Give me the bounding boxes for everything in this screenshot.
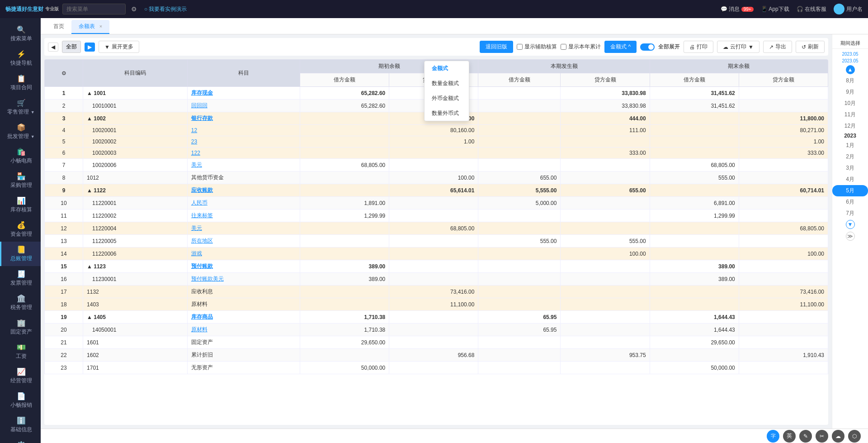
month-10[interactable]: 10月 — [832, 98, 868, 109]
settings-icon[interactable]: ⚙ — [61, 70, 66, 76]
month-11[interactable]: 11月 — [832, 109, 868, 120]
download-button[interactable]: 📱 App下载 — [761, 5, 789, 13]
cell-name[interactable]: 银行存款 — [187, 112, 300, 125]
cell-name[interactable]: 游戏 — [187, 248, 300, 260]
nav-prev-button[interactable]: ◀ — [48, 43, 58, 52]
account-link[interactable]: 美元 — [191, 225, 202, 231]
month-6[interactable]: 6月 — [832, 196, 868, 208]
sidebar-item-payroll[interactable]: 💵 工资 — [0, 339, 41, 364]
message-button[interactable]: 💬 消息 99+ — [721, 5, 754, 13]
panel-collapse-button[interactable]: ≫ — [846, 232, 855, 241]
sidebar-item-quick-nav[interactable]: ⚡ 快捷导航 — [0, 46, 41, 71]
cell-name[interactable]: 预付账款美元 — [187, 273, 300, 286]
month-9[interactable]: 9月 — [832, 86, 868, 98]
show-yearly-input[interactable] — [561, 44, 566, 50]
search-input[interactable] — [62, 4, 126, 14]
sidebar-item-management[interactable]: 📈 经营管理 — [0, 364, 41, 388]
cell-name[interactable]: 原材料 — [187, 324, 300, 336]
month-7[interactable]: 7月 — [832, 208, 868, 219]
month-5[interactable]: 5月 — [832, 185, 868, 196]
cell-name[interactable]: 23 — [187, 136, 300, 148]
format-dropdown-button[interactable]: 金额式 ^ — [604, 41, 637, 53]
bottom-action-4[interactable]: ✂ — [816, 430, 828, 443]
sidebar-item-basic-info[interactable]: ℹ️ 基础信息 — [0, 413, 41, 437]
account-link[interactable]: 122 — [191, 150, 200, 156]
account-link[interactable]: 往来标签 — [191, 212, 213, 219]
month-1[interactable]: 1月 — [832, 140, 868, 151]
month-4[interactable]: 4月 — [832, 174, 868, 185]
export-button[interactable]: ↗ 导出 — [763, 41, 792, 53]
account-link[interactable]: 回回回 — [191, 102, 208, 109]
expand-all-toggle[interactable] — [640, 43, 655, 51]
format-option-qty-foreign[interactable]: 数量外币式 — [425, 106, 469, 121]
print-button[interactable]: 🖨 打印 — [684, 41, 713, 53]
cell-name[interactable]: 美元 — [187, 159, 300, 171]
sidebar-item-ecommerce[interactable]: 🛍️ 小畅电商 — [0, 144, 41, 168]
account-link[interactable]: 12 — [191, 127, 197, 133]
nav-next-button[interactable]: ▶ — [85, 43, 95, 52]
month-8[interactable]: 8月 — [832, 75, 868, 86]
show-assist-checkbox[interactable]: 显示辅助核算 — [517, 43, 557, 51]
sidebar-item-funds[interactable]: 💰 资金管理 — [0, 217, 41, 242]
bottom-action-6[interactable]: ⬡ — [848, 430, 861, 443]
cell-name[interactable]: 累计折旧 — [187, 349, 300, 362]
account-link[interactable]: 银行存款 — [191, 115, 213, 121]
format-option-qty-amount[interactable]: 数量金额式 — [425, 76, 469, 91]
sidebar-item-inventory[interactable]: 📊 库存核算 — [0, 193, 41, 217]
cell-name[interactable]: 其他货币资金 — [187, 171, 300, 184]
tab-close-icon[interactable]: × — [99, 24, 102, 29]
cell-name[interactable]: 人民币 — [187, 197, 300, 210]
service-button[interactable]: 🎧 在线客服 — [797, 5, 826, 13]
cell-name[interactable]: 12 — [187, 125, 300, 136]
cell-name[interactable]: 往来标签 — [187, 210, 300, 222]
month-2[interactable]: 2月 — [832, 151, 868, 162]
cell-name[interactable]: 库存现金 — [187, 87, 300, 100]
show-assist-input[interactable] — [517, 44, 523, 50]
cell-name[interactable]: 库存商品 — [187, 311, 300, 324]
sidebar-item-expense[interactable]: 📄 小畅报销 — [0, 388, 41, 413]
bottom-action-2[interactable]: 英 — [783, 430, 796, 443]
cell-name[interactable]: 无形资产 — [187, 362, 300, 374]
account-link[interactable]: 应收账款 — [191, 187, 213, 193]
sidebar-item-search[interactable]: 🔍 搜索菜单 — [0, 22, 41, 46]
account-link[interactable]: 人民币 — [191, 200, 208, 206]
sidebar-item-tax[interactable]: 🏛️ 税务管理 — [0, 291, 41, 315]
return-old-button[interactable]: 退回旧版 — [480, 41, 513, 53]
month-3[interactable]: 3月 — [832, 162, 868, 174]
account-link[interactable]: 预付账款美元 — [191, 276, 224, 282]
cell-name[interactable]: 美元 — [187, 222, 300, 235]
settings-icon[interactable]: ⚙ — [131, 5, 137, 13]
account-link[interactable]: 23 — [191, 138, 197, 145]
cell-name[interactable]: 原材料 — [187, 298, 300, 311]
sidebar-item-system[interactable]: ⚙️ 系统管理 — [0, 437, 41, 443]
period-down-button[interactable]: ▼ — [846, 220, 855, 229]
sidebar-item-ledger[interactable]: 📒 总账管理 — [0, 242, 41, 266]
tab-balance[interactable]: 余额表 × — [71, 20, 109, 34]
cell-name[interactable]: 应收利息 — [187, 286, 300, 298]
cell-name[interactable]: 回回回 — [187, 100, 300, 112]
expand-more-button[interactable]: ▼ 展开更多 — [99, 41, 139, 53]
account-link[interactable]: 库存现金 — [191, 90, 213, 96]
account-link[interactable]: 所在地区 — [191, 238, 213, 244]
refresh-button[interactable]: ↺ 刷新 — [796, 41, 825, 53]
show-yearly-checkbox[interactable]: 显示本年累计 — [561, 43, 601, 51]
format-option-foreign[interactable]: 外币金额式 — [425, 91, 469, 106]
bottom-action-3[interactable]: ✎ — [799, 430, 812, 443]
sidebar-item-purchase[interactable]: 🏪 采购管理 — [0, 168, 41, 193]
account-link[interactable]: 美元 — [191, 162, 202, 168]
month-12[interactable]: 12月 — [832, 120, 868, 132]
cell-name[interactable]: 应收账款 — [187, 184, 300, 197]
account-link[interactable]: 游戏 — [191, 250, 202, 257]
period-up-button[interactable]: ▲ — [846, 65, 855, 74]
bottom-action-1[interactable]: 字 — [767, 430, 779, 443]
sidebar-item-retail[interactable]: 🛒 零售管理 ▼ — [0, 95, 41, 119]
user-menu[interactable]: 用户名 — [834, 4, 863, 14]
sidebar-item-invoice[interactable]: 🧾 发票管理 — [0, 266, 41, 291]
bottom-action-5[interactable]: ☁ — [832, 430, 844, 443]
cell-name[interactable]: 预付账款 — [187, 260, 300, 273]
account-link[interactable]: 库存商品 — [191, 314, 213, 320]
tab-home[interactable]: 首页 — [46, 20, 71, 34]
cell-name[interactable]: 122 — [187, 148, 300, 159]
format-option-amount[interactable]: 金额式 — [425, 61, 469, 76]
account-link[interactable]: 原材料 — [191, 326, 208, 333]
